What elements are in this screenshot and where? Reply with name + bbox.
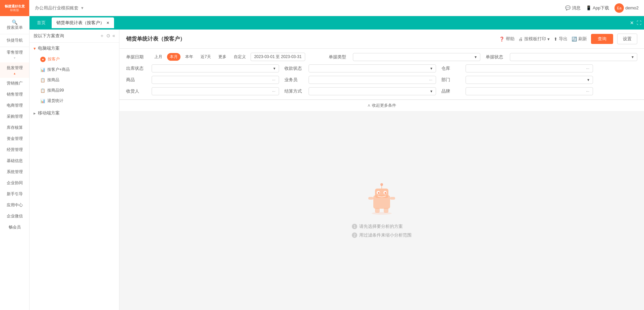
message-btn[interactable]: 💬 消息 bbox=[565, 5, 581, 11]
date-range-display[interactable]: 2023-03-01 至 2023-03-31 bbox=[251, 53, 305, 61]
tab-close-window-icon[interactable]: ✕ bbox=[630, 20, 634, 25]
tab-sales-stats-label: 销货单统计表（按客户） bbox=[56, 20, 104, 26]
page-actions: ❓ 帮助 🖨 按模板打印 ▾ ⬆ 导出 🔄 刷新 bbox=[499, 34, 637, 44]
top-bar: 办公用品行业模拟账套 ▾ 💬 消息 📱 App下载 Ea demo2 bbox=[30, 0, 644, 16]
help-btn[interactable]: ❓ 帮助 bbox=[499, 36, 515, 42]
refresh-btn[interactable]: 🔄 刷新 bbox=[572, 36, 587, 42]
export-label: 导出 bbox=[559, 36, 568, 42]
quick-nav-btn[interactable]: 快捷导航 bbox=[0, 34, 29, 47]
receipt-status-selector[interactable]: ▾ bbox=[309, 64, 436, 72]
query-button[interactable]: 查询 bbox=[591, 34, 613, 44]
sidebar-item-wechat[interactable]: 企业微信 bbox=[0, 211, 29, 222]
collapse-chevron-icon: ∧ bbox=[367, 103, 371, 108]
brand-label: 品牌 bbox=[441, 88, 460, 94]
brand-dots: ··· bbox=[586, 89, 589, 94]
date-btn-this-year[interactable]: 本年 bbox=[182, 53, 196, 61]
receipt-status-label: 收款状态 bbox=[284, 65, 303, 71]
date-btn-last-month[interactable]: 上月 bbox=[152, 53, 165, 61]
empty-step-1: 1 请先选择要分析的方案 bbox=[352, 222, 412, 231]
department-selector[interactable]: ▾ bbox=[466, 76, 593, 84]
sidebar-item-wholesale[interactable]: 批发管理 ▴ bbox=[0, 62, 29, 78]
filter-row-3: 商品 ··· 业务员 ··· 部门 ▾ bbox=[126, 76, 637, 84]
scheme-customer-product[interactable]: 📊 按客户+商品 bbox=[36, 64, 119, 75]
recipient-label: 收货人 bbox=[126, 88, 146, 94]
sidebar-item-label: 零售管理 bbox=[7, 50, 23, 55]
user-menu[interactable]: Ea demo2 bbox=[614, 3, 639, 13]
sidebar-item-member[interactable]: 畅会员 bbox=[0, 222, 29, 233]
sidebar-item-appcenter[interactable]: 应用中心 bbox=[0, 200, 29, 211]
sidebar-item-label: 基础信息 bbox=[7, 158, 23, 164]
tab-sales-stats[interactable]: 销货单统计表（按客户） ✕ bbox=[52, 17, 114, 28]
date-btn-more[interactable]: 更多 bbox=[216, 53, 229, 61]
collapse-filters-btn[interactable]: ∧ 收起更多条件 bbox=[119, 100, 644, 111]
mobile-section-header[interactable]: ▸ 移动端方案 bbox=[30, 107, 119, 119]
sidebar-item-system[interactable]: 系统管理 bbox=[0, 166, 29, 177]
tab-close-btn[interactable]: ✕ bbox=[106, 21, 109, 25]
sidebar-item-finance[interactable]: 资金管理 bbox=[0, 133, 29, 144]
brand-selector[interactable]: ··· bbox=[466, 87, 593, 95]
scheme-actions: ＋ ⊙ « bbox=[100, 33, 115, 39]
filter-row-1: 单据日期 上月 本月 本年 近7天 更多 自定义 2023-03-01 至 20… bbox=[126, 53, 637, 61]
logo-text-2: 标账版 bbox=[10, 8, 19, 12]
payment-selector[interactable]: ▾ bbox=[309, 87, 436, 95]
date-btn-last-7days[interactable]: 近7天 bbox=[198, 53, 214, 61]
print-btn[interactable]: 🖨 按模板打印 ▾ bbox=[519, 36, 550, 42]
sidebar-item-operations[interactable]: 经营管理 bbox=[0, 144, 29, 155]
svg-point-4 bbox=[378, 192, 380, 194]
step-1-num: 1 bbox=[352, 224, 357, 229]
date-btn-this-month[interactable]: 本月 bbox=[167, 53, 180, 61]
export-icon: ⬆ bbox=[554, 37, 557, 42]
sidebar-item-cooperation[interactable]: 企业协同 bbox=[0, 177, 29, 189]
desktop-tree-children: ● 按客户 📊 按客户+商品 📋 按商品 📋 按商品99 📊 退货统 bbox=[30, 54, 119, 106]
salesperson-label: 业务员 bbox=[284, 77, 303, 83]
sidebar-logo: 畅捷通好生意 标账版 bbox=[0, 0, 29, 16]
sidebar-item-retail[interactable]: 零售管理 ▾ bbox=[0, 47, 29, 62]
scheme-by-customer[interactable]: ● 按客户 bbox=[36, 54, 119, 64]
title-dropdown-arrow[interactable]: ▾ bbox=[81, 5, 84, 10]
settings-scheme-btn[interactable]: ⊙ bbox=[106, 33, 110, 39]
export-btn[interactable]: ⬆ 导出 bbox=[554, 36, 568, 42]
tab-home[interactable]: 首页 bbox=[32, 17, 50, 28]
sidebar-item-basic[interactable]: 基础信息 bbox=[0, 155, 29, 166]
app-download-btn[interactable]: 📱 App下载 bbox=[586, 5, 609, 11]
warehouse-selector[interactable]: ··· bbox=[466, 64, 593, 72]
left-panel: 按以下方案查询 ＋ ⊙ « ▾ 电脑端方案 ● 按客户 📊 按客 bbox=[30, 30, 119, 310]
doc-type-selector[interactable]: ▾ bbox=[353, 53, 480, 61]
sidebar-arrow-retail: ▾ bbox=[14, 56, 15, 60]
sidebar-item-label: 系统管理 bbox=[7, 169, 23, 175]
top-bar-left: 办公用品行业模拟账套 ▾ bbox=[35, 5, 84, 11]
step-2-num: 2 bbox=[352, 232, 357, 238]
goods-label: 商品 bbox=[126, 77, 146, 83]
sidebar-item-inventory[interactable]: 库存核算 bbox=[0, 122, 29, 133]
scheme-by-product-label: 按商品 bbox=[47, 77, 59, 83]
scheme-by-product[interactable]: 📋 按商品 bbox=[36, 75, 119, 85]
desktop-section-label: 电脑端方案 bbox=[38, 45, 60, 51]
settings-button[interactable]: 设置 bbox=[617, 34, 637, 44]
svg-rect-8 bbox=[368, 197, 373, 200]
tab-expand-icon[interactable]: ⛶ bbox=[637, 20, 641, 25]
desktop-section-header[interactable]: ▾ 电脑端方案 bbox=[30, 43, 119, 54]
doc-status-selector[interactable]: ▾ bbox=[510, 53, 637, 61]
app-download-icon: 📱 bbox=[586, 5, 591, 10]
help-label: 帮助 bbox=[506, 36, 515, 42]
sidebar-item-marketing[interactable]: 营销推广 bbox=[0, 78, 29, 89]
active-scheme-icon: ● bbox=[40, 57, 46, 62]
add-scheme-btn[interactable]: ＋ bbox=[100, 33, 104, 39]
sidebar-item-sales[interactable]: 销售管理 bbox=[0, 89, 29, 100]
empty-step-2: 2 用过滤条件来缩小分析范围 bbox=[352, 231, 412, 240]
date-btn-custom[interactable]: 自定义 bbox=[231, 53, 249, 61]
recipient-selector[interactable]: ··· bbox=[152, 87, 279, 95]
out-status-selector[interactable]: ▾ bbox=[152, 64, 279, 72]
search-menu-btn[interactable]: 🔍 搜索菜单 bbox=[0, 16, 29, 34]
doc-status-label: 单据状态 bbox=[486, 54, 504, 60]
sidebar-item-ecommerce[interactable]: 电商管理 bbox=[0, 100, 29, 111]
salesperson-selector[interactable]: ··· bbox=[309, 76, 436, 84]
sidebar-item-procurement[interactable]: 采购管理 bbox=[0, 111, 29, 122]
collapse-panel-btn[interactable]: « bbox=[112, 33, 115, 39]
sidebar-item-label: 库存核算 bbox=[7, 125, 23, 131]
goods-selector[interactable]: ··· bbox=[152, 76, 279, 84]
sidebar-item-newbie[interactable]: 新手引导 bbox=[0, 189, 29, 200]
filter-row-4: 收货人 ··· 结算方式 ▾ 品牌 ··· bbox=[126, 87, 637, 95]
scheme-product-99[interactable]: 📋 按商品99 bbox=[36, 85, 119, 96]
scheme-return-stats[interactable]: 📊 退货统计 bbox=[36, 96, 119, 106]
